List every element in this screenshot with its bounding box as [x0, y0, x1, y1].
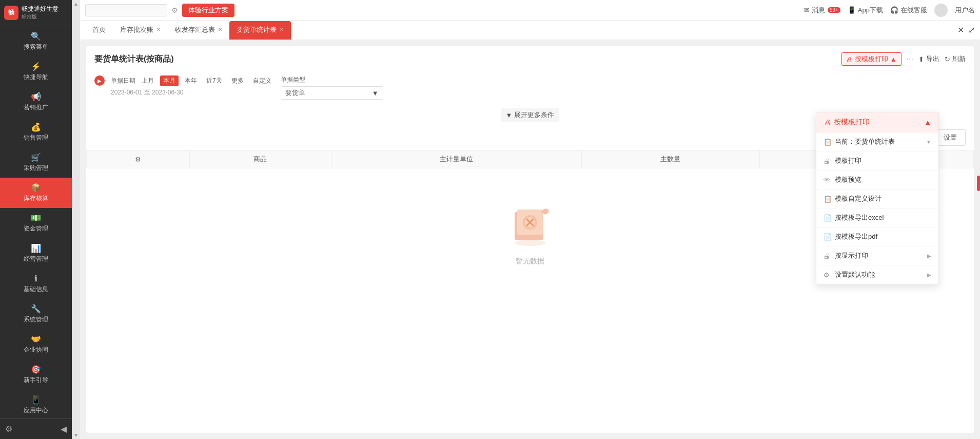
sidebar-item-label-sales: 销售管理 — [24, 133, 48, 142]
date-btn-more[interactable]: 更多 — [228, 75, 247, 86]
current-template-item[interactable]: 📋 当前：要货单统计表 ▼ — [816, 132, 938, 151]
sidebar-item-search[interactable]: 🔍搜索菜单 — [0, 26, 72, 56]
page-header-actions: 🖨 按模板打印 ▲ ··· ⬆ 导出 ↻ 刷新 — [841, 52, 966, 66]
dropdown-item-template-print[interactable]: 🖨模板打印 — [816, 151, 938, 170]
date-btn-custom[interactable]: 自定义 — [250, 75, 275, 86]
sidebar-item-newbie[interactable]: 🎯新手引导 — [0, 359, 72, 390]
scroll-up-btn[interactable]: ▲ — [72, 0, 80, 8]
default-func-label: 设置默认功能 — [835, 270, 875, 279]
sidebar-item-finance[interactable]: 💵资金管理 — [0, 208, 72, 238]
more-options-btn[interactable]: ··· — [907, 54, 913, 64]
sidebar-item-basic-info[interactable]: ℹ基础信息 — [0, 269, 72, 299]
print-dropdown-header-icon: 🖨 — [824, 118, 831, 126]
scrollbar-thumb[interactable] — [977, 176, 980, 191]
basic-info-icon: ℹ — [34, 274, 37, 283]
default-func-icon: ⚙ — [824, 271, 830, 279]
trial-btn[interactable]: 体验行业方案 — [182, 4, 234, 17]
dropdown-section-default-func[interactable]: ⚙设置默认功能▶ — [816, 265, 938, 284]
scroll-down-btn[interactable]: ▼ — [72, 431, 80, 439]
sidebar-item-label-system: 系统管理 — [24, 315, 48, 324]
username[interactable]: 用户名 — [955, 6, 975, 15]
date-btn-last-month[interactable]: 上月 — [139, 75, 157, 86]
app-download-btn[interactable]: 📱 App下载 — [848, 6, 883, 15]
sidebar-item-marketing[interactable]: 📢营销推广 — [0, 87, 72, 117]
page-title: 要货单统计表(按商品) — [94, 54, 174, 65]
topbar-search-input[interactable] — [85, 4, 167, 16]
template-export-pdf-label: 按模板导出pdf — [835, 232, 877, 241]
print-dropdown: 🖨 按模板打印 ▲ 📋 当前：要货单统计表 ▼ 🖨模板打印👁模板预览📋模板自定义… — [816, 112, 939, 285]
date-btn-7days[interactable]: 近7天 — [203, 75, 225, 86]
template-preview-label: 模板预览 — [835, 175, 861, 184]
tab-receipt-summary-label: 收发存汇总表 — [175, 25, 215, 34]
export-icon: ⬆ — [918, 55, 924, 63]
refresh-btn[interactable]: ↻ 刷新 — [945, 54, 966, 64]
dropdown-item-template-export-excel[interactable]: 📄按模板导出excel — [816, 208, 938, 227]
expand-more-label: 展开更多条件 — [514, 110, 554, 120]
expand-more-btn[interactable]: ▼ 展开更多条件 — [501, 108, 560, 122]
date-filter-label: 单据日期 — [111, 77, 135, 85]
print-dropdown-close-icon[interactable]: ▲ — [924, 118, 931, 126]
sidebar-item-label-app-center: 应用中心 — [24, 406, 48, 415]
sidebar-logo: 畅 畅捷通好生意 标准版 — [0, 0, 72, 26]
type-select-arrow: ▼ — [372, 89, 379, 97]
tabs-bar: 首页 库存批次账 ✕ 收发存汇总表 ✕ 要货单统计表 ✕ ✕ ⤢ — [80, 21, 980, 40]
sidebar-item-label-quick-nav: 快捷导航 — [24, 73, 48, 82]
settings-icon[interactable]: ⚙ — [5, 424, 12, 434]
sidebar-item-collab[interactable]: 🤝企业协同 — [0, 329, 72, 359]
tab-inventory-batch-label: 库存批次账 — [120, 25, 153, 34]
tab-inventory-batch[interactable]: 库存批次账 ✕ — [113, 21, 168, 40]
topbar-gear-icon[interactable]: ⚙ — [171, 6, 178, 14]
topbar-right: ✉ 消息 99+ 📱 App下载 🎧 在线客服 用户名 — [804, 4, 975, 17]
type-select[interactable]: 要货单 ▼ — [281, 86, 383, 100]
date-btn-this-year[interactable]: 本年 — [182, 75, 200, 86]
sidebar-item-label-newbie: 新手引导 — [24, 376, 48, 385]
page-header: 要货单统计表(按商品) 🖨 按模板打印 ▲ ··· ⬆ 导出 ↻ 刷新 — [86, 46, 974, 70]
inventory-icon: 📦 — [31, 183, 41, 193]
message-icon: ✉ — [804, 6, 810, 14]
export-btn[interactable]: ⬆ 导出 — [918, 54, 939, 64]
sidebar-item-label-purchase: 采购管理 — [24, 164, 48, 173]
filter-expand-btn[interactable]: ▶ — [94, 75, 105, 86]
tab-receipt-summary-close[interactable]: ✕ — [218, 27, 222, 32]
sidebar-item-quick-nav[interactable]: ⚡快捷导航 — [0, 56, 72, 87]
sidebar-footer: ⚙ ◀ — [0, 418, 72, 439]
tab-home[interactable]: 首页 — [85, 21, 113, 40]
tab-inventory-batch-close[interactable]: ✕ — [156, 27, 161, 32]
avatar[interactable] — [934, 4, 948, 17]
main-content: ⚙ 体验行业方案 ✉ 消息 99+ 📱 App下载 🎧 在线客服 用户名 首页 — [80, 0, 980, 439]
display-print-label: 按显示打印 — [835, 251, 868, 260]
dropdown-item-template-preview[interactable]: 👁模板预览 — [816, 170, 938, 189]
template-print-icon: 🖨 — [824, 157, 830, 165]
message-btn[interactable]: ✉ 消息 99+ — [804, 6, 840, 15]
dropdown-section-display-print[interactable]: 🖨按显示打印▶ — [816, 246, 938, 265]
settings-btn[interactable]: 设置 — [935, 129, 966, 146]
collapse-icon[interactable]: ◀ — [61, 424, 67, 434]
newbie-icon: 🎯 — [31, 365, 41, 374]
tab-order-stats-close[interactable]: ✕ — [280, 27, 284, 32]
search-icon: 🔍 — [31, 31, 41, 41]
sidebar-item-system[interactable]: 🔧系统管理 — [0, 299, 72, 329]
sidebar-item-inventory[interactable]: 📦库存核算 — [0, 178, 72, 208]
dropdown-item-template-export-pdf[interactable]: 📄按模板导出pdf — [816, 227, 938, 246]
date-btn-this-month[interactable]: 本月 — [160, 75, 179, 86]
col-settings[interactable]: ⚙ — [87, 150, 190, 168]
tabs-expand-btn[interactable]: ⤢ — [968, 25, 975, 35]
type-select-value: 要货单 — [285, 88, 305, 98]
sidebar-item-sales[interactable]: 💰销售管理 — [0, 117, 72, 147]
sidebar-item-operations[interactable]: 📊经营管理 — [0, 238, 72, 269]
dropdown-item-template-custom[interactable]: 📋模板自定义设计 — [816, 189, 938, 208]
display-print-icon: 🖨 — [824, 252, 830, 260]
system-icon: 🔧 — [31, 304, 41, 314]
print-icon: 🖨 — [846, 55, 853, 63]
empty-text: 暂无数据 — [516, 257, 544, 266]
col-goods: 商品 — [189, 150, 331, 168]
sidebar-item-purchase[interactable]: 🛒采购管理 — [0, 147, 72, 178]
tab-order-stats[interactable]: 要货单统计表 ✕ — [229, 21, 291, 40]
online-service-btn[interactable]: 🎧 在线客服 — [890, 6, 927, 15]
sidebar-item-app-center[interactable]: 📱应用中心 — [0, 390, 72, 418]
print-btn[interactable]: 🖨 按模板打印 ▲ — [841, 52, 901, 66]
tabs-close-all-btn[interactable]: ✕ — [957, 25, 964, 35]
filter-date-row: 单据日期 上月 本月 本年 近7天 更多 自定义 — [111, 75, 275, 86]
tab-receipt-summary[interactable]: 收发存汇总表 ✕ — [168, 21, 229, 40]
topbar-left: ⚙ 体验行业方案 — [85, 4, 234, 17]
